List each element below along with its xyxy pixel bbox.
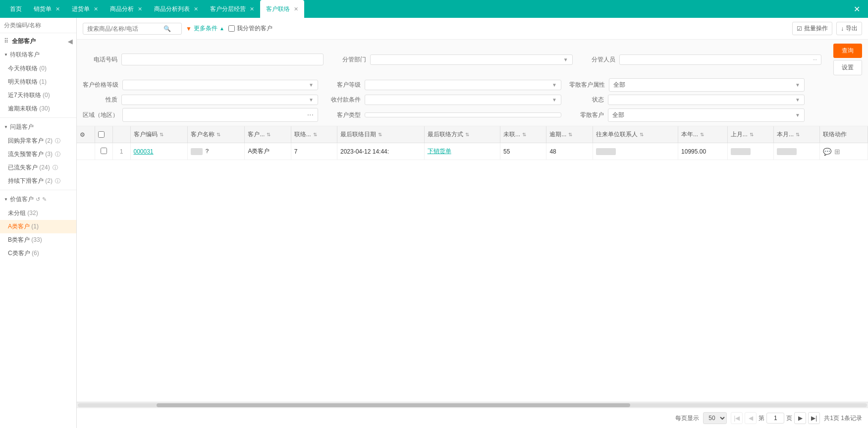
my-customers-checkbox[interactable] bbox=[228, 25, 235, 32]
nav-product-list-close[interactable]: ✕ bbox=[194, 0, 198, 18]
sidebar-item-c-class-count: (6) bbox=[32, 250, 39, 257]
sidebar-item-overdue[interactable]: 逾期未联络 (30) bbox=[0, 102, 76, 115]
col-settings[interactable]: ⚙ bbox=[77, 126, 95, 143]
phone-input[interactable] bbox=[121, 54, 324, 65]
next-page-button[interactable]: ▶ bbox=[794, 412, 806, 424]
chat-action-icon[interactable]: 💬 bbox=[823, 148, 831, 156]
sidebar-item-7days[interactable]: 近7天待联络 (0) bbox=[0, 89, 76, 102]
retail-attr-select[interactable]: 全部 ▼ bbox=[609, 78, 805, 92]
filter-search-icon[interactable]: 🔍 bbox=[163, 25, 171, 32]
page-size-label: 每页显示 bbox=[675, 414, 699, 423]
col-type-sort-icon[interactable]: ⇅ bbox=[267, 132, 271, 137]
sidebar-item-b-class[interactable]: B类客户 (33) bbox=[0, 233, 76, 247]
col-unit-contact-sort-icon[interactable]: ⇅ bbox=[640, 132, 644, 137]
customer-type-select[interactable] bbox=[365, 112, 561, 117]
sidebar-item-unclassified[interactable]: 未分组 (32) bbox=[0, 207, 76, 220]
dept-select[interactable]: ▼ bbox=[370, 54, 572, 65]
nav-customer-segment-close[interactable]: ✕ bbox=[250, 0, 254, 18]
col-code-sort-icon[interactable]: ⇅ bbox=[160, 132, 163, 137]
sidebar-group-value[interactable]: ▼ 价值客户 ↺ ✎ bbox=[0, 192, 76, 207]
sidebar-search-container: 🔍 bbox=[0, 18, 76, 33]
manager-select[interactable]: ··· bbox=[619, 54, 821, 65]
row-this-year: 10995.00 bbox=[681, 148, 706, 155]
sidebar-item-a-class[interactable]: A类客户 (1) bbox=[0, 220, 76, 233]
sidebar-item-tomorrow[interactable]: 明天待联络 (1) bbox=[0, 75, 76, 89]
nav-product-analysis-close[interactable]: ✕ bbox=[138, 0, 142, 18]
filter-search-input[interactable] bbox=[87, 25, 162, 32]
nav-customer-segment[interactable]: 客户分层经营 ✕ bbox=[204, 0, 260, 18]
sidebar-item-churn-warning[interactable]: 流失预警客户 (3) ⓘ bbox=[0, 148, 76, 161]
filter-row-3: 性质 ▼ 收付款条件 ▼ 状态 bbox=[83, 95, 862, 105]
first-page-button[interactable]: |◀ bbox=[731, 412, 743, 424]
customer-level-select[interactable]: ▼ bbox=[365, 80, 561, 90]
my-customers-toggle[interactable]: 我分管的客户 bbox=[228, 24, 272, 33]
refresh-icon[interactable]: ↺ bbox=[36, 196, 40, 203]
info-icon-declining: ⓘ bbox=[55, 178, 60, 184]
settings-button[interactable]: 设置 bbox=[833, 60, 862, 75]
col-name-sort-icon[interactable]: ⇅ bbox=[217, 132, 220, 137]
sidebar-item-repurchase[interactable]: 回购异常客户 (2) ⓘ bbox=[0, 134, 76, 148]
nav-home[interactable]: 首页 bbox=[4, 0, 28, 18]
sidebar-search-input[interactable] bbox=[4, 22, 77, 29]
qr-action-icon[interactable]: ⊞ bbox=[834, 148, 840, 156]
sidebar-group-pending[interactable]: ▼ 待联络客户 bbox=[0, 48, 76, 62]
sidebar-item-unclassified-count: (32) bbox=[27, 210, 38, 216]
row-last-month-cell bbox=[727, 143, 773, 160]
prev-page-button[interactable]: ◀ bbox=[745, 412, 757, 424]
col-overdue-sort-icon[interactable]: ⇅ bbox=[568, 132, 572, 137]
retail-attr-label: 零散客户属性 bbox=[569, 81, 605, 89]
row-checkbox[interactable] bbox=[101, 148, 107, 154]
sidebar-item-declining-count: (2) bbox=[45, 177, 53, 184]
nav-product-analysis[interactable]: 商品分析 ✕ bbox=[104, 0, 148, 18]
horizontal-scrollbar[interactable] bbox=[77, 402, 868, 408]
row-last-method-link[interactable]: 下销货单 bbox=[428, 148, 451, 155]
col-last-method-sort-icon[interactable]: ⇅ bbox=[465, 132, 469, 137]
bulk-op-label: 批量操作 bbox=[804, 24, 828, 33]
nature-select[interactable]: ▼ bbox=[121, 95, 318, 105]
row-this-month-placeholder bbox=[777, 148, 797, 155]
page-number-input[interactable] bbox=[766, 413, 784, 424]
retail-select[interactable]: 全部 ▼ bbox=[608, 108, 805, 122]
sidebar-collapse-btn[interactable]: ◀ bbox=[68, 38, 72, 45]
nav-customer-contact[interactable]: 客户联络 ✕ bbox=[260, 0, 304, 18]
col-not-contacted-sort-icon[interactable]: ⇅ bbox=[522, 132, 526, 137]
price-level-select[interactable]: ▼ bbox=[122, 80, 318, 90]
col-last-month-sort-icon[interactable]: ⇅ bbox=[750, 132, 754, 137]
row-code-link[interactable]: 000031 bbox=[134, 148, 154, 155]
nav-purchase[interactable]: 进货单 ✕ bbox=[66, 0, 104, 18]
col-last-date-sort-icon[interactable]: ⇅ bbox=[378, 132, 382, 137]
region-select[interactable]: ··· bbox=[122, 108, 318, 122]
nav-sales-close[interactable]: ✕ bbox=[55, 0, 60, 18]
sidebar-all-customers[interactable]: ⠿ 全部客户 ◀ bbox=[0, 33, 76, 48]
col-this-month-sort-icon[interactable]: ⇅ bbox=[796, 132, 800, 137]
nav-purchase-close[interactable]: ✕ bbox=[94, 0, 98, 18]
sidebar-item-today[interactable]: 今天待联络 (0) bbox=[0, 62, 76, 75]
export-button[interactable]: ↓ 导出 bbox=[836, 22, 862, 35]
select-all-checkbox[interactable] bbox=[98, 131, 105, 138]
edit-icon[interactable]: ✎ bbox=[42, 196, 47, 203]
bulk-op-button[interactable]: ☑ 批量操作 bbox=[792, 22, 832, 35]
col-contact-sort-icon[interactable]: ⇅ bbox=[313, 132, 317, 137]
region-dots[interactable]: ··· bbox=[307, 110, 314, 119]
nav-sales[interactable]: 销货单 ✕ bbox=[28, 0, 66, 18]
nav-product-list[interactable]: 商品分析列表 ✕ bbox=[148, 0, 204, 18]
scrollbar-thumb[interactable] bbox=[157, 403, 630, 407]
sidebar-item-unclassified-label: 未分组 bbox=[8, 210, 26, 216]
more-conditions-button[interactable]: ▼ 更多条件 ▲ bbox=[186, 24, 224, 33]
row-actions-cell: 💬 ⊞ bbox=[820, 143, 868, 160]
col-this-year-sort-icon[interactable]: ⇅ bbox=[700, 132, 704, 137]
sidebar-item-churned[interactable]: 已流失客户 (24) ⓘ bbox=[0, 161, 76, 174]
nav-customer-contact-close[interactable]: ✕ bbox=[294, 0, 298, 18]
last-page-button[interactable]: ▶| bbox=[808, 412, 820, 424]
settings-icon[interactable]: ⚙ bbox=[80, 131, 85, 138]
sidebar-group-problem[interactable]: ▼ 问题客户 bbox=[0, 120, 76, 134]
sidebar-item-c-class[interactable]: C类客户 (6) bbox=[0, 247, 76, 260]
payment-select[interactable]: ▼ bbox=[365, 95, 561, 105]
global-close-button[interactable]: ✕ bbox=[850, 4, 864, 14]
query-button[interactable]: 查询 bbox=[833, 44, 862, 58]
sidebar-item-today-label: 今天待联络 bbox=[8, 65, 38, 72]
sidebar-item-declining[interactable]: 持续下滑客户 (2) ⓘ bbox=[0, 174, 76, 188]
page-size-select[interactable]: 50 bbox=[703, 412, 727, 424]
status-select[interactable]: ▼ bbox=[608, 95, 805, 105]
content-area: 🔍 ▼ 更多条件 ▲ 我分管的客户 ☑ 批量操作 ↓ 导出 bbox=[77, 18, 868, 428]
